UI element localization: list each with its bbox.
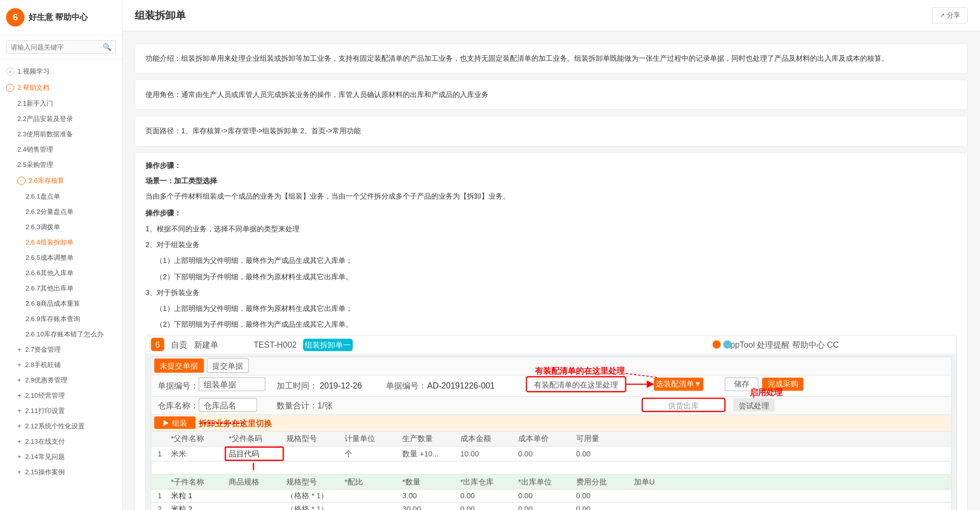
svg-text:0.00: 0.00 (518, 492, 532, 500)
svg-text:0.00: 0.00 (460, 492, 475, 500)
svg-text:费用分批: 费用分批 (576, 478, 607, 486)
sidebar-item-2-6-5[interactable]: 2.6.5成本调整单 (0, 250, 122, 265)
svg-text:米粒 2: 米粒 2 (171, 505, 192, 510)
path-text: 页面路径：1、库存核算->库存管理->组装拆卸单 2、首页->常用功能 (145, 127, 361, 135)
ops-section: 操作步骤： 场景一：加工类型选择 当由多个子件材料组装成一个成品的业务为【组装】… (135, 153, 968, 510)
svg-text:0.00: 0.00 (576, 505, 591, 510)
svg-text:规格型号: 规格型号 (286, 478, 317, 486)
expand-icon-2-14: + (17, 453, 21, 460)
sidebar-item-2-1[interactable]: 2.1新手入门 (0, 96, 122, 111)
step1: 1、根据不同的业务，选择不同单据的类型来处理 (145, 223, 957, 235)
sidebar-item-2-6-4[interactable]: 2.6.4组装拆卸单 (0, 235, 122, 250)
svg-text:组装单据: 组装单据 (204, 380, 236, 389)
svg-text:提交单据: 提交单据 (212, 362, 243, 370)
search-icon[interactable]: 🔍 (103, 43, 111, 51)
svg-text:供货出库: 供货出库 (668, 402, 699, 410)
sidebar-item-2-6-10[interactable]: 2.6.10库存账本错了怎么办 (0, 327, 122, 342)
svg-text:0.00: 0.00 (518, 450, 532, 458)
svg-rect-37 (151, 397, 952, 415)
logo-area: 6 好生意 帮助中心 (0, 0, 122, 35)
share-button[interactable]: ↗ 分享 (932, 7, 968, 23)
svg-text:数量 +10...: 数量 +10... (402, 450, 438, 458)
svg-text:尝试处理: 尝试处理 (739, 402, 769, 410)
sidebar-item-2-3[interactable]: 2.3使用前数据准备 (0, 127, 122, 142)
sidebar-item-2-15[interactable]: + 2.15操作案例 (0, 465, 122, 480)
sidebar-item-2-2[interactable]: 2.2产品安装及登录 (0, 111, 122, 127)
svg-text:单据编号：: 单据编号： (386, 381, 427, 390)
sidebar-item-1[interactable]: + 1.视频学习 (0, 63, 122, 80)
steps-list: 操作步骤： 1、根据不同的业务，选择不同单据的类型来处理 2、对于组装业务 （1… (145, 207, 957, 331)
content-area: 功能介绍：组装拆卸单用来处理企业组装或拆卸等加工业务，支持有固定装配清单的产品加… (122, 31, 980, 510)
sidebar-item-2-6-9[interactable]: 2.6.9库存账本查询 (0, 311, 122, 327)
svg-rect-83 (151, 490, 952, 503)
sidebar-item-2-5[interactable]: 2.5采购管理 (0, 157, 122, 173)
screenshot-image: 6 自贡 新建单 TEST-H002 组装拆卸单一 AppTool 处理提醒 帮… (145, 335, 957, 510)
search-input[interactable] (11, 43, 103, 51)
sidebar-item-2-6-7[interactable]: 2.6.7其他出库单 (0, 281, 122, 296)
svg-text:0.00: 0.00 (576, 492, 591, 500)
svg-text:品目代码: 品目代码 (229, 450, 259, 458)
svg-text:10.00: 10.00 (460, 450, 479, 458)
search-box[interactable]: 🔍 (6, 40, 116, 54)
sidebar-item-2-13[interactable]: + 2.13在线支付 (0, 434, 122, 449)
sidebar-item-2[interactable]: − 2.帮助文档 (0, 80, 122, 96)
svg-text:加工时间：: 加工时间： (277, 381, 317, 390)
sidebar-item-2-6-8[interactable]: 2.6.8商品成本重算 (0, 296, 122, 311)
svg-text:数量合计：1/张: 数量合计：1/张 (277, 401, 333, 410)
expand-icon-2-12: + (17, 422, 21, 430)
svg-text:0.00: 0.00 (576, 450, 591, 458)
sidebar-item-2-10[interactable]: + 2.10经营管理 (0, 388, 122, 403)
svg-text:选装配清单▼: 选装配清单▼ (656, 380, 701, 388)
svg-text:仓库名称：: 仓库名称： (158, 401, 199, 410)
svg-text:2019-12-26: 2019-12-26 (320, 381, 362, 390)
share-icon: ↗ (940, 12, 945, 19)
sidebar-item-2-4[interactable]: 2.4销售管理 (0, 142, 122, 157)
collapse-icon-2-6: − (17, 177, 26, 185)
role-box: 使用角色：通常由生产人员或库管人员完成拆装业务的操作，库管人员确认原材料的出库和… (135, 80, 968, 110)
path-box: 页面路径：1、库存核算->库存管理->组装拆卸单 2、首页->常用功能 (135, 116, 968, 146)
step3-sub2: （2）下部明细为子件明细，最终作为产成品生成其它入库单。 (156, 318, 957, 331)
svg-text:加单U: 加单U (634, 478, 655, 486)
sidebar-item-2-9[interactable]: + 2.9优惠券管理 (0, 373, 122, 388)
svg-text:*子件名称: *子件名称 (171, 478, 205, 486)
step2-sub1: （1）上部明细为父件明细，最终作为产成品生成其它入库单； (156, 254, 957, 267)
main-header: 组装拆卸单 ↗ 分享 (122, 0, 980, 31)
svg-point-11 (723, 341, 731, 349)
sidebar-item-2-8[interactable]: + 2.8手机旺铺 (0, 357, 122, 373)
app-name: 好生意 帮助中心 (29, 12, 88, 23)
nav-tree: + 1.视频学习 − 2.帮助文档 2.1新手入门 2.2产品安装及登录 2.3… (0, 59, 122, 510)
svg-text:自贡: 自贡 (171, 341, 187, 350)
svg-text:*出库单位: *出库单位 (518, 478, 552, 486)
svg-text:*出库仓库: *出库仓库 (460, 478, 494, 486)
sidebar-item-2-7[interactable]: + 2.7资金管理 (0, 342, 122, 357)
expand-icon-2-9: + (17, 376, 21, 384)
sidebar-item-2-6-1[interactable]: 2.6.1盘点单 (0, 189, 122, 204)
svg-text:个: 个 (345, 450, 352, 458)
svg-text:计量单位: 计量单位 (345, 435, 375, 443)
svg-text:生产数量: 生产数量 (402, 435, 433, 443)
sidebar-item-2-6[interactable]: − 2.6库存核算 (0, 173, 122, 189)
search-area: 🔍 (0, 35, 122, 59)
svg-text:AppTool 处理提醒 帮助中心 CC: AppTool 处理提醒 帮助中心 CC (725, 341, 839, 350)
svg-text:单据编号：: 单据编号： (158, 381, 199, 390)
svg-text:启用处理: 启用处理 (749, 387, 783, 397)
expand-icon-2-10: + (17, 392, 21, 399)
sidebar-item-2-14[interactable]: + 2.14常见问题 (0, 449, 122, 465)
sidebar-item-2-6-6[interactable]: 2.6.6其他入库单 (0, 265, 122, 281)
svg-text:成本单价: 成本单价 (518, 435, 549, 443)
sidebar: 6 好生意 帮助中心 🔍 + 1.视频学习 − 2.帮助文档 2.1新手入门 2… (0, 0, 122, 510)
sidebar-item-2-6-2[interactable]: 2.6.2分量盘点单 (0, 204, 122, 220)
page-title: 组装拆卸单 (135, 9, 186, 22)
svg-text:*数量: *数量 (402, 478, 421, 486)
svg-text:（格格 * 1）: （格格 * 1） (286, 505, 328, 510)
svg-text:有装配清单的在这里处理: 有装配清单的在这里处理 (534, 381, 618, 389)
svg-text:新建单: 新建单 (194, 341, 218, 350)
svg-rect-91 (151, 503, 952, 510)
svg-text:1: 1 (158, 492, 162, 500)
ops-heading: 操作步骤： (145, 161, 957, 171)
sidebar-item-2-11[interactable]: + 2.11打印设置 (0, 403, 122, 419)
svg-text:组装拆卸单一: 组装拆卸单一 (305, 342, 351, 350)
ops-steps-title: 操作步骤： (145, 207, 957, 220)
sidebar-item-2-12[interactable]: + 2.12系统个性化设置 (0, 419, 122, 434)
sidebar-item-2-6-3[interactable]: 2.6.3调拨单 (0, 220, 122, 235)
